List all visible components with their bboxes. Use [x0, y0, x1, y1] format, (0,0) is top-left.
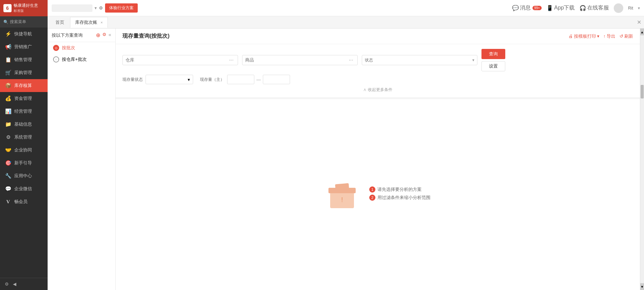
sidebar-item-label: 新手引导: [14, 160, 32, 166]
left-panel-header: 按以下方案查询 ⊕ ⚙ «: [48, 29, 115, 42]
status-label: 状态: [365, 57, 373, 63]
print-button[interactable]: 🖨 按模板打印 ▾: [569, 33, 599, 39]
sidebar-bottom: ⚙ ◀: [0, 278, 48, 290]
empty-step-1-text: 请先选择要分析的方案: [377, 186, 422, 193]
product-input[interactable]: [257, 58, 348, 62]
tab-inventory-batch[interactable]: 库存批次账 ×: [70, 17, 108, 28]
wechat-icon: 💬: [5, 186, 12, 192]
sidebar-item-purchase[interactable]: 🛒 采购管理: [0, 66, 48, 79]
collapse-left-panel-button[interactable]: «: [108, 32, 111, 38]
product-more-icon[interactable]: ···: [348, 57, 355, 63]
tab-close-button[interactable]: ×: [101, 20, 103, 24]
close-all-tabs-button[interactable]: ✕: [637, 19, 641, 25]
app-logo: 6: [3, 4, 12, 12]
settings-icon[interactable]: ⚙: [5, 282, 9, 287]
messages-badge: 99+: [532, 6, 542, 10]
sidebar-item-operations[interactable]: 📊 经营管理: [0, 105, 48, 118]
topbar: ▾ ⚙ 体验行业方案 💬 消息 99+ 📱 App下载 🎧 在线客服 Rit ▾: [48, 0, 644, 16]
sidebar-item-label: 销售管理: [14, 57, 32, 63]
sidebar-item-quick-nav[interactable]: ⚡ 快捷导航: [0, 28, 48, 40]
warehouse-batch-scheme-icon: ○: [53, 56, 59, 62]
query-button[interactable]: 查询: [481, 49, 505, 59]
add-scheme-button[interactable]: ⊕: [96, 32, 100, 38]
search-icon: 🔍: [3, 20, 9, 24]
member-icon: V: [5, 199, 12, 205]
sidebar-item-enterprise[interactable]: 🤝 企业协同: [0, 144, 48, 157]
scroll-track: [640, 35, 644, 283]
app-edition: 标准版: [14, 8, 38, 13]
filter-row-2: 现存量状态 ▾ 现存量（主） —: [122, 75, 633, 84]
scheme-settings-icon[interactable]: ⚙: [102, 32, 106, 38]
refresh-button[interactable]: ↺ 刷新: [620, 33, 633, 39]
tab-home[interactable]: 首页: [50, 17, 69, 28]
app-center-icon: 🔧: [5, 173, 12, 179]
sidebar-item-app-center[interactable]: 🔧 应用中心: [0, 169, 48, 182]
sidebar-item-label: 经营管理: [14, 108, 32, 114]
settings-button[interactable]: 设置: [481, 61, 505, 71]
user-dropdown-icon[interactable]: ▾: [638, 6, 640, 11]
right-scrollbar[interactable]: ▲ ▼: [640, 29, 644, 290]
user-avatar[interactable]: [614, 3, 623, 13]
scheme-item-by-batch[interactable]: ⊙ 按批次: [48, 42, 115, 54]
topbar-left: ▾ ⚙ 体验行业方案: [52, 3, 509, 13]
sidebar-nav: ⚡ 快捷导航 📢 营销推广 📋 销售管理 🛒 采购管理 📦 库存核算 💰 资金管…: [0, 28, 48, 278]
scroll-up-button[interactable]: ▲: [640, 29, 644, 35]
topbar-dropdown-icon[interactable]: ▾: [95, 5, 97, 11]
sidebar-item-member[interactable]: V 畅会员: [0, 195, 48, 208]
export-button[interactable]: ↑ 导出: [604, 33, 616, 39]
warehouse-filter[interactable]: 仓库 ···: [122, 55, 238, 65]
stock-qty-filter: 现存量（主） —: [200, 75, 290, 84]
sales-icon: 📋: [5, 57, 12, 63]
batch-scheme-icon: ⊙: [53, 45, 59, 51]
sidebar-search-menu[interactable]: 🔍 搜索菜单: [0, 16, 48, 28]
topbar-settings-icon[interactable]: ⚙: [99, 5, 103, 11]
product-filter[interactable]: 商品 ···: [242, 55, 358, 65]
right-panel: 现存量查询(按批次) 🖨 按模板打印 ▾ ↑ 导出 ↺ 刷新: [116, 29, 640, 290]
sidebar-item-inventory[interactable]: 📦 库存核算: [0, 79, 48, 92]
status-dropdown-icon: ▾: [472, 58, 474, 62]
sidebar-item-wechat[interactable]: 💬 企业微信: [0, 182, 48, 195]
sidebar-item-label: 企业协同: [14, 147, 32, 153]
basic-info-icon: 📁: [5, 121, 12, 127]
tabbar: 首页 库存批次账 × ✕: [48, 16, 644, 29]
collapse-sidebar-icon[interactable]: ◀: [13, 282, 16, 287]
sidebar-item-marketing[interactable]: 📢 营销推广: [0, 40, 48, 53]
tab-inventory-batch-label: 库存批次账: [75, 20, 97, 25]
empty-step-1: 1 请先选择要分析的方案: [369, 186, 430, 193]
scroll-thumb[interactable]: [641, 85, 644, 98]
topbar-search-input[interactable]: [52, 4, 92, 12]
stock-qty-min-input[interactable]: [227, 75, 254, 84]
system-icon: ⚙: [5, 134, 12, 140]
sidebar-item-label: 基础信息: [14, 121, 32, 127]
inventory-icon: 📦: [5, 83, 12, 89]
page-title: 现存量查询(按批次): [122, 33, 170, 40]
scroll-down-button[interactable]: ▼: [640, 283, 644, 290]
scheme-item-by-warehouse-batch[interactable]: ○ 按仓库+批次: [48, 54, 115, 65]
warehouse-more-icon[interactable]: ···: [228, 57, 235, 63]
collapse-label: 收起更多条件: [368, 87, 392, 92]
query-buttons: 查询 设置: [481, 49, 505, 71]
sidebar-item-sales[interactable]: 📋 销售管理: [0, 53, 48, 66]
search-menu-label: 搜索菜单: [10, 19, 26, 25]
sidebar-item-finance[interactable]: 💰 资金管理: [0, 92, 48, 105]
marketing-icon: 📢: [5, 44, 12, 50]
sidebar: 6 畅康通好生意 标准版 🔍 搜索菜单 ⚡ 快捷导航 📢 营销推广 📋 销售管理…: [0, 0, 48, 290]
stock-status-dropdown[interactable]: ▾: [146, 75, 193, 84]
online-service-button[interactable]: 🎧 在线客服: [579, 4, 609, 12]
tab-home-label: 首页: [55, 20, 64, 25]
app-download-button[interactable]: 📱 App下载: [546, 4, 575, 12]
status-filter[interactable]: 状态 ▾: [362, 55, 477, 65]
sidebar-item-system[interactable]: ⚙ 系统管理: [0, 131, 48, 144]
warehouse-input[interactable]: [137, 58, 228, 62]
sidebar-item-newbie[interactable]: 🎯 新手引导: [0, 157, 48, 169]
collapse-filters-button[interactable]: ∧ 收起更多条件: [122, 84, 633, 93]
left-panel-actions: ⊕ ⚙ «: [96, 32, 111, 38]
operations-icon: 📊: [5, 108, 12, 114]
sidebar-item-label: 营销推广: [14, 44, 32, 50]
experience-industry-button[interactable]: 体验行业方案: [105, 3, 138, 13]
stock-qty-max-input[interactable]: [263, 75, 290, 84]
empty-illustration: !: [325, 178, 359, 212]
messages-button[interactable]: 💬 消息 99+: [512, 4, 542, 12]
warehouse-label: 仓库: [125, 57, 134, 63]
sidebar-item-basic-info[interactable]: 📁 基础信息: [0, 118, 48, 131]
